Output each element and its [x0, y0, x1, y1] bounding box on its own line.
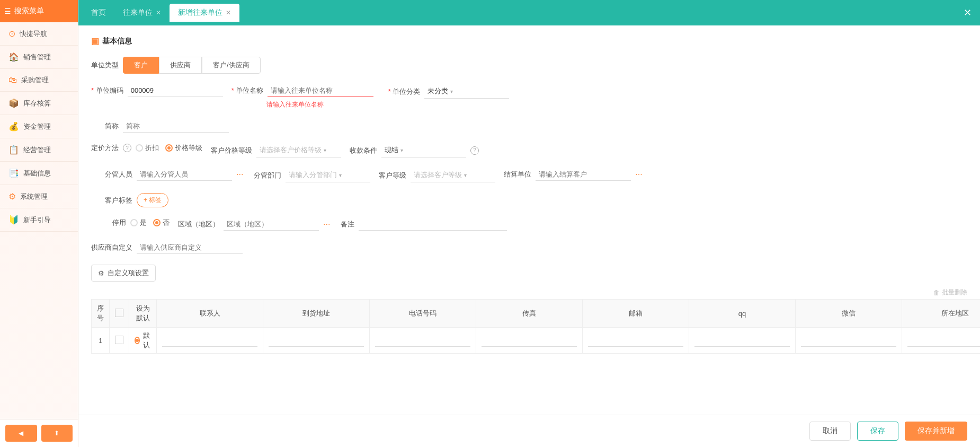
- sidebar-item-purchase[interactable]: 🛍 采购管理: [0, 69, 78, 92]
- department-placeholder: 请输入分管部门: [289, 170, 337, 180]
- region-group: ···: [224, 218, 332, 231]
- department-select[interactable]: 请输入分管部门 ▾: [286, 168, 370, 182]
- custom-settings-button[interactable]: ⚙ 自定义项设置: [91, 265, 156, 282]
- sidebar-item-basic[interactable]: 📑 基础信息: [0, 162, 78, 185]
- row-wechat-input[interactable]: [801, 334, 896, 347]
- unit-type-both-btn[interactable]: 客户/供应商: [202, 57, 261, 74]
- basic-icon: 📑: [8, 168, 19, 178]
- customer-level-field: 客户等级 请选择客户等级 ▾: [379, 168, 495, 182]
- row-address[interactable]: [263, 328, 370, 354]
- pricing-discount-radio[interactable]: 折扣: [136, 143, 159, 153]
- sidebar-item-operation[interactable]: 📋 经营管理: [0, 138, 78, 162]
- row-location[interactable]: [902, 328, 981, 354]
- quick-nav-icon: ⊙: [8, 29, 15, 39]
- sidebar-item-inventory[interactable]: 📦 库存核算: [0, 92, 78, 115]
- tab-home-label: 首页: [91, 8, 106, 17]
- unit-type-row: 单位类型 客户 供应商 客户/供应商: [91, 57, 967, 74]
- unit-type-customer-btn[interactable]: 客户: [123, 57, 159, 74]
- short-name-field: 简称: [91, 120, 229, 133]
- save-and-new-button[interactable]: 保存并新增: [905, 422, 967, 441]
- row-location-input[interactable]: [907, 334, 980, 347]
- unit-category-chevron-icon: ▾: [450, 89, 453, 94]
- sidebar-item-quick-nav[interactable]: ⊙ 快捷导航: [0, 22, 78, 46]
- row-contact-input[interactable]: [162, 334, 257, 347]
- row-qq[interactable]: [689, 328, 796, 354]
- short-name-input[interactable]: [123, 120, 229, 133]
- settlement-unit-dots-btn[interactable]: ···: [633, 170, 644, 179]
- tab-partners-label: 往来单位: [123, 8, 153, 17]
- row-fax-input[interactable]: [482, 334, 577, 347]
- col-index: 序号: [92, 300, 110, 328]
- region-input[interactable]: [224, 218, 319, 231]
- row-fax[interactable]: [476, 328, 583, 354]
- unit-category-select[interactable]: 未分类 ▾: [424, 84, 509, 99]
- customer-price-level-select[interactable]: 请选择客户价格等级 ▾: [256, 143, 341, 157]
- pricing-level-radio[interactable]: 价格等级: [165, 143, 202, 153]
- row-phone-input[interactable]: [375, 334, 470, 347]
- tab-partners-close-icon[interactable]: ✕: [156, 9, 161, 16]
- customer-price-level-label: 客户价格等级: [211, 146, 252, 155]
- payment-terms-help-icon[interactable]: ?: [470, 146, 479, 155]
- unit-code-input[interactable]: [128, 84, 223, 97]
- manager-row: 分管人员 ··· 分管部门 请输入分管部门 ▾ 客户等级 请选择客户等级 ▾: [91, 168, 967, 182]
- select-all-checkbox[interactable]: [115, 309, 123, 317]
- row-default: 默认: [129, 328, 157, 354]
- sidebar-search[interactable]: ☰ 搜索菜单: [0, 0, 78, 22]
- supplier-custom-input[interactable]: [137, 241, 243, 254]
- manager-dots-btn[interactable]: ···: [234, 170, 245, 179]
- unit-type-supplier-btn[interactable]: 供应商: [159, 57, 202, 74]
- department-field: 分管部门 请输入分管部门 ▾: [254, 168, 370, 182]
- supplier-custom-field: 供应商自定义: [91, 241, 243, 254]
- sidebar-item-system[interactable]: ⚙ 系统管理: [0, 185, 78, 208]
- remark-input[interactable]: [359, 218, 507, 231]
- supplier-custom-label: 供应商自定义: [91, 243, 132, 252]
- tab-new-partner-close-icon[interactable]: ✕: [226, 9, 231, 16]
- col-wechat: 微信: [796, 300, 902, 328]
- add-tag-button[interactable]: + 标签: [137, 193, 168, 207]
- tab-new-partner[interactable]: 新增往来单位 ✕: [170, 4, 239, 22]
- customer-level-select[interactable]: 请选择客户等级 ▾: [411, 168, 495, 182]
- pricing-method-label: 定价方法: [91, 143, 119, 153]
- disable-yes-radio[interactable]: 是: [130, 218, 147, 227]
- sidebar-item-label: 销售管理: [23, 52, 51, 62]
- sidebar-item-finance[interactable]: 💰 资金管理: [0, 115, 78, 138]
- cancel-button[interactable]: 取消: [809, 422, 851, 441]
- row-wechat[interactable]: [796, 328, 902, 354]
- row-phone[interactable]: [370, 328, 476, 354]
- settlement-unit-input[interactable]: [536, 168, 631, 181]
- department-chevron-icon: ▾: [339, 172, 342, 178]
- sidebar: ☰ 搜索菜单 ⊙ 快捷导航 🏠 销售管理 🛍 采购管理 📦 库存核算 💰 资金管…: [0, 0, 78, 447]
- row-address-input[interactable]: [269, 334, 364, 347]
- row-default-radio[interactable]: 默认: [135, 331, 151, 350]
- sidebar-item-sales[interactable]: 🏠 销售管理: [0, 46, 78, 69]
- tab-partners[interactable]: 往来单位 ✕: [114, 4, 170, 22]
- sidebar-search-label: 搜索菜单: [14, 6, 44, 16]
- manager-input[interactable]: [137, 168, 232, 181]
- unit-name-input[interactable]: [268, 84, 373, 97]
- tab-home[interactable]: 首页: [83, 4, 114, 22]
- row-qq-input[interactable]: [694, 334, 790, 347]
- sidebar-footer-btn1[interactable]: ◀: [5, 425, 37, 442]
- guide-icon: 🔰: [8, 215, 19, 225]
- row-email[interactable]: [583, 328, 689, 354]
- col-contact: 联系人: [157, 300, 263, 328]
- sidebar-footer-btn2[interactable]: ⬆: [41, 425, 73, 442]
- row-contact[interactable]: [157, 328, 263, 354]
- pricing-method-help-icon[interactable]: ?: [123, 144, 131, 152]
- tab-bar-close-button[interactable]: ✕: [959, 5, 976, 21]
- add-tag-label: + 标签: [144, 196, 162, 205]
- col-default: 设为默认: [129, 300, 157, 328]
- pricing-level-circle: [165, 144, 173, 152]
- row-email-input[interactable]: [588, 334, 683, 347]
- manager-field: 分管人员 ···: [91, 168, 245, 181]
- row-checkbox[interactable]: [115, 336, 123, 344]
- region-field: 区域（地区） ···: [178, 218, 332, 231]
- save-button[interactable]: 保存: [857, 422, 898, 441]
- customer-price-level-field: 客户价格等级 请选择客户价格等级 ▾: [211, 143, 341, 157]
- col-qq: qq: [689, 300, 796, 328]
- disable-no-radio[interactable]: 否: [153, 218, 170, 227]
- pricing-discount-circle: [136, 144, 143, 152]
- region-dots-btn[interactable]: ···: [321, 220, 332, 229]
- payment-terms-select[interactable]: 现结 ▾: [381, 143, 466, 157]
- sidebar-item-guide[interactable]: 🔰 新手引导: [0, 208, 78, 232]
